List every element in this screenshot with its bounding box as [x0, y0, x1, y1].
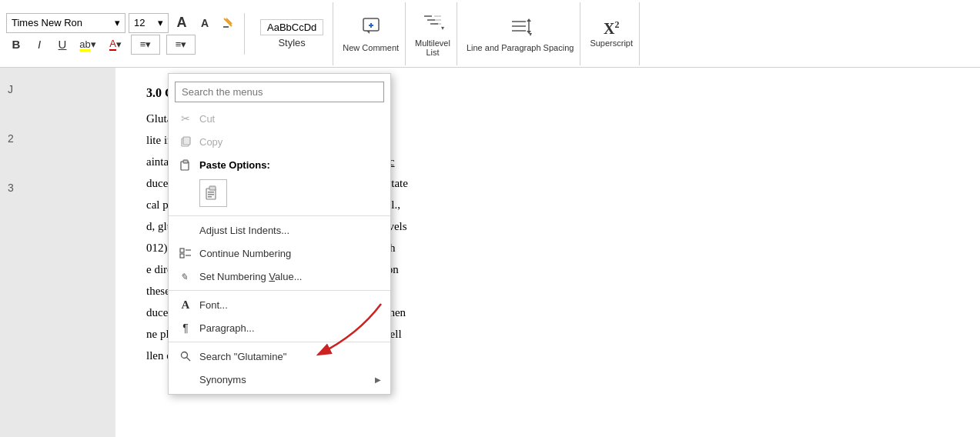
menu-item-continue-numbering[interactable]: Continue Numbering [169, 242, 390, 265]
copy-label: Copy [199, 136, 381, 148]
adjust-list-icon [178, 222, 193, 238]
svg-marker-1 [366, 31, 370, 34]
page-number-column: J 2 3 [0, 68, 115, 246]
menu-item-adjust-list[interactable]: Adjust List Indents... [169, 218, 390, 242]
menu-item-cut[interactable]: ✂ Cut [169, 107, 390, 130]
bold-button[interactable]: B [6, 35, 26, 55]
superscript-button[interactable]: X2 Superscript [584, 2, 640, 65]
font-size-selector[interactable]: 12 ▾ [129, 13, 169, 33]
menu-item-synonyms[interactable]: Synonyms ▶ [169, 368, 390, 391]
menu-item-paragraph[interactable]: ¶ Paragraph... [169, 316, 390, 339]
grow-font-button[interactable]: A [172, 13, 192, 33]
ribbon-toolbar: Times New Ron ▾ 12 ▾ A A B I U ab▾ A▾ [0, 0, 980, 68]
adjust-list-label: Adjust List Indents... [199, 225, 381, 236]
copy-icon [178, 134, 193, 149]
page-num-j: J [8, 83, 108, 95]
new-comment-label: New Comment [343, 43, 399, 52]
paragraph-label: Paragraph... [199, 322, 381, 334]
svg-text:▾: ▾ [529, 31, 532, 37]
underline-button[interactable]: U [52, 35, 72, 55]
svg-rect-24 [208, 192, 214, 193]
bullets-button[interactable]: ≡▾ [131, 35, 160, 55]
context-menu: ✂ Cut Copy Paste Options: Adjust Lis [168, 73, 391, 395]
font-row-2: B I U ab▾ A▾ ≡▾ ≡▾ [6, 35, 238, 55]
menu-item-search[interactable]: Search "Glutamine" [169, 345, 390, 368]
svg-rect-27 [180, 249, 184, 252]
line-spacing-button[interactable]: ▾ Line and Paragraph Spacing [460, 2, 580, 65]
menu-item-set-numbering[interactable]: ✎ Set Numbering Value... [169, 265, 390, 288]
styles-button[interactable]: AaBbCcDd Styles [251, 2, 333, 65]
page-num-2: 2 [8, 132, 108, 145]
synonyms-icon [178, 372, 193, 387]
menu-separator-1 [169, 215, 390, 216]
svg-point-32 [182, 352, 188, 359]
paste-options-row [169, 176, 390, 213]
styles-preview: AaBbCcDd [260, 19, 323, 35]
font-size-value: 12 [134, 17, 145, 28]
cut-label: Cut [199, 113, 381, 125]
svg-rect-28 [180, 254, 184, 258]
shrink-font-button[interactable]: A [195, 13, 215, 33]
superscript-label: Superscript [590, 38, 633, 48]
font-color-label: A [109, 38, 116, 51]
continue-numbering-label: Continue Numbering [199, 248, 381, 259]
menu-item-paste-options-header: Paste Options: [169, 153, 390, 176]
paste-options-icon [178, 157, 193, 172]
search-icon [178, 349, 193, 364]
svg-rect-26 [208, 196, 212, 198]
line-spacing-icon: ▾ [509, 15, 532, 42]
svg-rect-23 [209, 186, 216, 190]
cut-icon: ✂ [178, 111, 193, 126]
synonyms-label: Synonyms [199, 374, 369, 385]
svg-text:▾: ▾ [441, 25, 444, 32]
font-name-selector[interactable]: Times New Ron ▾ [6, 13, 125, 33]
multilevel-list-button[interactable]: ▾ MultilevelList [409, 2, 457, 65]
clear-format-button[interactable] [218, 13, 238, 33]
styles-label: Styles [278, 37, 305, 48]
font-name-dropdown-icon[interactable]: ▾ [115, 17, 120, 28]
numbering-button[interactable]: ≡▾ [166, 35, 196, 55]
menu-search-input[interactable] [175, 82, 384, 102]
new-comment-icon [360, 15, 382, 42]
highlight-button[interactable]: ab▾ [75, 35, 100, 55]
svg-rect-19 [183, 137, 190, 145]
synonyms-submenu-arrow: ▶ [375, 375, 381, 384]
highlight-label: ab [79, 38, 90, 50]
multilevel-list-icon: ▾ [421, 11, 444, 37]
font-size-dropdown-icon[interactable]: ▾ [158, 17, 163, 28]
menu-search-container [169, 77, 390, 107]
new-comment-button[interactable]: New Comment [336, 2, 406, 65]
search-label: Search "Glutamine" [199, 351, 381, 362]
svg-text:✎: ✎ [180, 272, 188, 282]
font-format-group: Times New Ron ▾ 12 ▾ A A B I U ab▾ A▾ [6, 13, 245, 55]
paste-options-label: Paste Options: [199, 159, 381, 171]
menu-separator-2 [169, 290, 390, 291]
svg-marker-15 [527, 18, 531, 22]
font-color-button[interactable]: A▾ [103, 35, 128, 55]
continue-numbering-icon [178, 245, 193, 261]
svg-line-33 [187, 358, 191, 362]
font-name-value: Times New Ron [12, 17, 82, 28]
menu-separator-3 [169, 342, 390, 342]
numbering-icon: ≡ [176, 38, 182, 50]
set-numbering-icon: ✎ [178, 269, 193, 284]
menu-item-copy[interactable]: Copy [169, 130, 390, 153]
line-spacing-label: Line and Paragraph Spacing [467, 43, 574, 52]
svg-rect-21 [183, 160, 188, 163]
font-icon: A [178, 297, 193, 312]
page-num-3: 3 [8, 182, 108, 194]
paragraph-icon: ¶ [178, 320, 193, 335]
paste-icon-button[interactable] [199, 179, 227, 207]
menu-item-font[interactable]: A Font... [169, 293, 390, 316]
svg-rect-25 [208, 194, 214, 195]
font-label: Font... [199, 299, 381, 311]
multilevel-list-label: MultilevelList [415, 38, 450, 57]
superscript-icon: X2 [604, 19, 619, 38]
font-row-1: Times New Ron ▾ 12 ▾ A A [6, 13, 238, 33]
set-numbering-label: Set Numbering Value... [199, 271, 381, 282]
document-area: J 2 3 3.0 G Glutamine is the major amino… [0, 68, 980, 437]
bullets-icon: ≡ [140, 38, 146, 50]
italic-button[interactable]: I [29, 35, 49, 55]
